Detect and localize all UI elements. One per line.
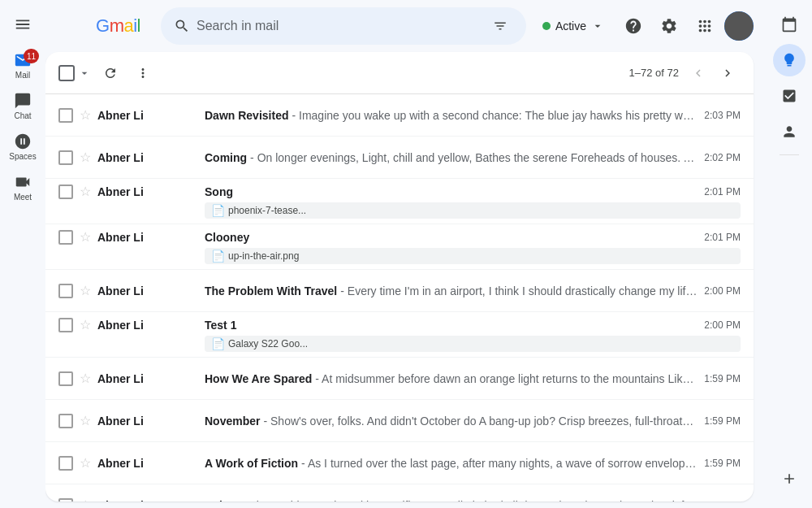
- email-time: 1:59 PM: [704, 373, 741, 384]
- more-options-button[interactable]: [128, 59, 158, 88]
- email-time: 2:02 PM: [704, 152, 741, 163]
- gmail-logo: Gmail: [58, 15, 148, 37]
- email-preview: - Imagine you wake up with a second chan…: [292, 109, 698, 122]
- table-row[interactable]: ☆ Abner Li The Problem With Travel - Eve…: [45, 270, 754, 312]
- row-checkbox[interactable]: [58, 371, 73, 386]
- row-checkbox[interactable]: [58, 230, 73, 245]
- search-filter-button[interactable]: [487, 13, 513, 39]
- sidebar-item-mail[interactable]: 11 Mail: [3, 46, 42, 85]
- email-time: 2:01 PM: [704, 232, 741, 243]
- attachment-chip: 📄up-in-the-air.png: [205, 248, 741, 264]
- row-star[interactable]: ☆: [80, 229, 91, 245]
- row-checkbox[interactable]: [58, 284, 73, 298]
- row-star[interactable]: ☆: [80, 184, 91, 199]
- pagination-text: 1–72 of 72: [629, 67, 679, 79]
- sidebar-item-meet[interactable]: Meet: [3, 167, 42, 206]
- email-time: 2:01 PM: [704, 186, 741, 198]
- spaces-label: Spaces: [9, 152, 36, 161]
- email-body: How We Are Spared - At midsummer before …: [205, 372, 698, 385]
- sender-name: Abner Li: [97, 109, 144, 122]
- row-star[interactable]: ☆: [80, 317, 91, 332]
- row-star[interactable]: ☆: [80, 150, 91, 165]
- email-time: 1:59 PM: [704, 415, 741, 427]
- attachment-name: up-in-the-air.png: [228, 250, 299, 262]
- table-row[interactable]: ☆ Abner Li Coming - On longer evenings, …: [45, 137, 754, 179]
- logo-text: Gmail: [96, 15, 140, 37]
- contacts-button[interactable]: [773, 115, 806, 148]
- row-checkbox[interactable]: [58, 150, 73, 165]
- email-toolbar: 1–72 of 72: [45, 52, 754, 94]
- next-page-button[interactable]: [715, 60, 741, 86]
- row-left: ☆ Abner Li: [58, 413, 205, 428]
- topbar: Gmail Active: [45, 0, 767, 52]
- add-ons-button[interactable]: [773, 462, 806, 495]
- row-star[interactable]: ☆: [80, 497, 91, 501]
- settings-button[interactable]: [653, 10, 685, 42]
- row-checkbox[interactable]: [58, 456, 73, 471]
- avatar[interactable]: [724, 11, 754, 41]
- table-row[interactable]: ☆ Abner Li Dawn Revisited - Imagine you …: [45, 94, 754, 137]
- row-star[interactable]: ☆: [80, 107, 91, 123]
- calendar-button[interactable]: [773, 8, 806, 41]
- sender-name: Abner Li: [97, 457, 144, 470]
- chevron-down-icon: [78, 67, 91, 80]
- status-button[interactable]: Active: [533, 16, 614, 36]
- row-checkbox[interactable]: [58, 498, 73, 502]
- keep-button[interactable]: [773, 44, 806, 76]
- sender-name: Abner Li: [97, 185, 144, 198]
- row-left: ☆ Abner Li: [58, 317, 205, 332]
- email-subject: How We Are Spared: [205, 372, 312, 385]
- main-area: Gmail Active: [45, 0, 767, 508]
- right-panel: [767, 0, 812, 508]
- email-area: 1–72 of 72 ☆ Abner Li Dawn Revisited - I…: [45, 52, 754, 501]
- sidebar-item-chat[interactable]: Chat: [3, 86, 42, 125]
- tasks-button[interactable]: [773, 80, 806, 112]
- row-star[interactable]: ☆: [80, 455, 91, 471]
- table-row[interactable]: ☆ Abner Li Song 2:01 PM 📄phoenix-7-tease…: [45, 179, 754, 224]
- table-row[interactable]: ☆ Abner Li Rain - Woke up this morning w…: [45, 484, 754, 501]
- toolbar-left: [58, 59, 158, 88]
- email-body: Clooney: [205, 231, 698, 244]
- help-button[interactable]: [617, 10, 650, 42]
- table-row[interactable]: ☆ Abner Li A Work of Fiction - As I turn…: [45, 442, 754, 484]
- email-time: 2:03 PM: [704, 110, 741, 121]
- sidebar-item-spaces[interactable]: Spaces: [3, 127, 42, 166]
- row-checkbox[interactable]: [58, 414, 73, 428]
- prev-page-button[interactable]: [685, 60, 711, 86]
- email-subject: The Problem With Travel: [205, 284, 337, 297]
- sender-name: Abner Li: [97, 372, 144, 385]
- search-input[interactable]: [197, 19, 481, 33]
- email-subject: A Work of Fiction: [205, 457, 298, 470]
- row-checkbox[interactable]: [58, 108, 73, 123]
- row-left: ☆ Abner Li: [58, 184, 205, 199]
- row-left: ☆ Abner Li: [58, 497, 205, 501]
- row-star[interactable]: ☆: [80, 283, 91, 298]
- email-preview: - As I turned over the last page, after …: [301, 457, 698, 470]
- select-dropdown-button[interactable]: [78, 66, 93, 80]
- table-row[interactable]: ☆ Abner Li November - Show's over, folks…: [45, 400, 754, 442]
- email-body: Test 1: [205, 319, 698, 332]
- row-checkbox[interactable]: [58, 185, 73, 199]
- row-checkbox[interactable]: [58, 318, 73, 332]
- email-subject: Clooney: [205, 231, 249, 244]
- sender-name: Abner Li: [97, 231, 144, 244]
- table-row[interactable]: ☆ Abner Li Test 1 2:00 PM 📄Galaxy S22 Go…: [45, 312, 754, 358]
- email-subject: Rain: [205, 499, 229, 502]
- select-all-checkbox[interactable]: [58, 65, 75, 81]
- apps-button[interactable]: [689, 10, 721, 42]
- meet-label: Meet: [14, 193, 32, 202]
- row-star[interactable]: ☆: [80, 371, 91, 386]
- table-row[interactable]: ☆ Abner Li Clooney 2:01 PM 📄up-in-the-ai…: [45, 224, 754, 270]
- attachment-chip: 📄Galaxy S22 Goo...: [205, 336, 741, 352]
- status-text: Active: [555, 20, 586, 33]
- refresh-button[interactable]: [96, 59, 125, 88]
- table-row[interactable]: ☆ Abner Li How We Are Spared - At midsum…: [45, 358, 754, 400]
- row-star[interactable]: ☆: [80, 413, 91, 428]
- sender-name: Abner Li: [97, 499, 144, 502]
- search-bar: [161, 7, 526, 45]
- email-body: Rain - Woke up this morning with a terri…: [205, 499, 698, 502]
- row-left: ☆ Abner Li: [58, 371, 205, 386]
- menu-button[interactable]: [3, 5, 42, 44]
- attachment-file-icon: 📄: [211, 204, 225, 217]
- attachment-file-icon: 📄: [211, 337, 225, 350]
